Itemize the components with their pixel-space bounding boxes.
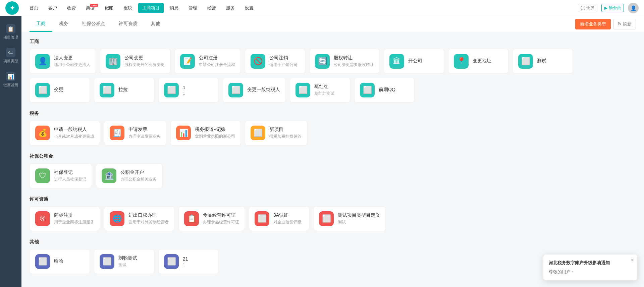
card-test1[interactable]: ⬜ 测试	[513, 49, 573, 74]
section-industry: 工商 👤 法人变更 适用于公司变更法人 🏢 公司变更 股权变更外的业务变更 📝 …	[30, 39, 636, 102]
nav-item-settings[interactable]: 设置	[241, 3, 258, 13]
nav-item-tax[interactable]: 报税	[119, 3, 136, 13]
tab-other[interactable]: 其他	[144, 16, 167, 32]
sidebar-item-progress-monitor[interactable]: 📊 进度监测	[0, 69, 21, 90]
notification-close-button[interactable]: ×	[631, 257, 634, 263]
nav-item-management[interactable]: 管理	[184, 3, 201, 13]
tab-license[interactable]: 许可资质	[112, 16, 144, 32]
card-num21[interactable]: ⬜ 21 1	[158, 249, 219, 274]
card-name-ge-hong-hong: 葛红红	[314, 84, 344, 90]
card-qianqi-qq[interactable]: ⬜ 前期QQ	[354, 78, 415, 102]
card-apply-invoice[interactable]: 🧾 申请发票 办理申请发票业务	[104, 121, 166, 145]
card-apply-taxpayer[interactable]: 💰 申请一般纳税人 当月或次月成变更完成	[30, 121, 100, 145]
nav-item-messages[interactable]: 消息	[166, 3, 182, 13]
card-name-change1: 变更	[54, 87, 84, 93]
nav-item-accounting[interactable]: 记账	[101, 3, 117, 13]
card-desc-apply-invoice: 办理申请发票业务	[128, 134, 161, 139]
card-icon-social-register: 🛡	[35, 168, 50, 183]
card-tax-report-accounting[interactable]: 📊 税务报道+记账 拿到营业执照的新公司	[170, 121, 241, 145]
section-tax: 税务 💰 申请一般纳税人 当月或次月成变更完成 🧾 申请发票 办理申请发票业务 …	[30, 111, 636, 145]
card-name-apply-taxpayer: 申请一般纳税人	[54, 127, 94, 133]
card-name-num21: 21	[183, 256, 213, 262]
card-desc-test-project-type: 测试	[338, 219, 380, 225]
card-test-project-type[interactable]: ⬜ 测试项目类型目定义 测试	[313, 206, 386, 231]
card-icon-import-export: 🌐	[110, 211, 124, 226]
card-info-apply-invoice: 申请发票 办理申请发票业务	[128, 127, 161, 139]
card-info-apply-taxpayer: 申请一般纳税人 当月或次月成变更完成	[54, 127, 94, 139]
card-fund-account[interactable]: 🏦 公积金开户 办理公积金相关业务	[96, 163, 162, 188]
card-company-cancel[interactable]: 🚫 公司注销 适用于注销公司	[245, 49, 305, 74]
card-name-social-register: 社保登记	[54, 169, 86, 175]
notification-popup: × 河北税务数字账户升级影响通知 尊敬的用户：	[543, 255, 637, 281]
card-name-tax-report-accounting: 税务报道+记账	[195, 127, 235, 133]
sidebar-label-project-mgmt: 项目管理	[3, 35, 18, 40]
card-3a-cert[interactable]: ⬜ 3A认证 对企业信誉评级	[249, 206, 309, 231]
card-change1[interactable]: ⬜ 变更	[30, 78, 90, 102]
card-desc-company-register: 申请公司注册全流程	[199, 62, 235, 68]
card-change-taxpayer[interactable]: ⬜ 变更一般纳税人	[223, 78, 286, 102]
tab-social-fund[interactable]: 社保公积金	[75, 16, 112, 32]
fullscreen-button[interactable]: ⛶ 全屏	[578, 4, 597, 12]
card-trademark-register[interactable]: ® 商标注册 用于企业商标注册服务	[30, 206, 100, 231]
card-name-num1: 1	[183, 85, 213, 90]
card-lala[interactable]: ⬜ 拉拉	[94, 78, 154, 102]
card-info-liu-cong-test: 刘聪测试 测试	[118, 255, 149, 268]
card-name-food-license: 食品经营许可证	[203, 212, 239, 218]
avatar[interactable]: 👤	[628, 3, 639, 13]
card-desc-tax-report-accounting: 拿到营业执照的新公司	[195, 134, 235, 139]
sidebar-item-project-type[interactable]: 🏷 项目类型	[0, 45, 21, 66]
nav-item-home[interactable]: 首页	[25, 3, 42, 13]
nav-item-tickets[interactable]: 票据new	[82, 3, 99, 13]
card-info-equity-transfer: 股权转让 公司变更需要股权转让	[334, 55, 374, 68]
card-icon-3a-cert: ⬜	[255, 211, 269, 226]
card-new-project[interactable]: ⬜ 新项目 报税加税控盘保管	[245, 121, 307, 145]
card-info-num21: 21 1	[183, 256, 213, 267]
card-open-company[interactable]: 🏛 开公司	[384, 49, 444, 74]
card-icon-test1: ⬜	[518, 54, 533, 69]
card-social-register[interactable]: 🛡 社保登记 进行人员社保登记	[30, 163, 92, 188]
card-icon-new-project: ⬜	[251, 126, 265, 140]
card-info-new-project: 新项目 报税加税控盘保管	[269, 127, 302, 139]
sidebar-item-project-mgmt[interactable]: 📋 项目管理	[0, 21, 21, 43]
nav-item-clients[interactable]: 客户	[44, 3, 61, 13]
card-company-change[interactable]: 🏢 公司变更 股权变更外的业务变更	[100, 49, 170, 74]
card-info-tax-report-accounting: 税务报道+记账 拿到营业执照的新公司	[195, 127, 235, 139]
card-ge-hong-hong[interactable]: ⬜ 葛红红 葛红红测试	[290, 78, 350, 102]
card-icon-company-register: 📝	[180, 54, 195, 69]
card-legal-change[interactable]: 👤 法人变更 适用于公司变更法人	[30, 49, 96, 74]
new-type-button[interactable]: 新增业务类型	[575, 19, 611, 29]
card-name-liu-cong-test: 刘聪测试	[118, 255, 149, 261]
card-desc-equity-transfer: 公司变更需要股权转让	[334, 62, 374, 68]
card-haha[interactable]: ⬜ 哈哈	[30, 249, 90, 274]
card-name-new-project: 新项目	[269, 127, 302, 133]
section-license: 许可资质 ® 商标注册 用于企业商标注册服务 🌐 进出口权办理 适用于对外贸易经…	[30, 196, 636, 231]
card-desc-3a-cert: 对企业信誉评级	[273, 219, 304, 225]
card-icon-equity-transfer: 🔄	[315, 54, 330, 69]
refresh-icon: ↻	[618, 21, 622, 26]
card-num1[interactable]: ⬜ 1 1	[158, 78, 219, 102]
card-info-fund-account: 公积金开户 办理公积金相关业务	[120, 169, 157, 182]
card-icon-change-taxpayer: ⬜	[228, 83, 243, 97]
nav-item-industry[interactable]: 工商项目	[138, 3, 164, 13]
main-content: 工商税务社保公积金许可资质其他 新增业务类型 ↻ 刷新 工商 👤 法人变更 适用…	[21, 16, 644, 287]
cards-grid-social-fund: 🛡 社保登记 进行人员社保登记 🏦 公积金开户 办理公积金相关业务	[30, 163, 636, 188]
member-label: 畅会员	[609, 5, 621, 11]
nav-item-operations[interactable]: 经营	[203, 3, 220, 13]
card-change-address[interactable]: 📍 变更地址	[448, 49, 508, 74]
card-import-export[interactable]: 🌐 进出口权办理 适用于对外贸易经营者	[104, 206, 174, 231]
member-button[interactable]: ▶ 畅会员	[601, 4, 624, 12]
nav-item-billing[interactable]: 收费	[63, 3, 80, 13]
card-company-register[interactable]: 📝 公司注册 申请公司注册全流程	[174, 49, 241, 74]
refresh-button[interactable]: ↻ 刷新	[613, 19, 636, 29]
card-info-num1: 1 1	[183, 85, 213, 96]
nav-item-services[interactable]: 服务	[222, 3, 239, 13]
card-desc-food-license: 办理食品经营许可证	[203, 219, 239, 225]
card-name-open-company: 开公司	[408, 58, 438, 64]
card-food-license[interactable]: 📋 食品经营许可证 办理食品经营许可证	[178, 206, 245, 231]
card-liu-cong-test[interactable]: ⬜ 刘聪测试 测试	[94, 249, 154, 274]
tab-tax[interactable]: 税务	[52, 16, 75, 32]
notification-title: 河北税务数字账户升级影响通知	[549, 260, 632, 266]
avatar-icon: 👤	[631, 5, 636, 11]
card-equity-transfer[interactable]: 🔄 股权转让 公司变更需要股权转让	[309, 49, 380, 74]
tab-industry[interactable]: 工商	[30, 16, 52, 32]
